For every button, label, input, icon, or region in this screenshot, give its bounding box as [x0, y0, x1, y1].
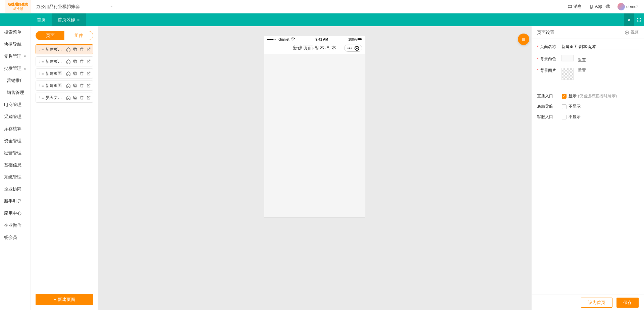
sidebar-item[interactable]: 销售管理	[0, 87, 31, 99]
phone-icon	[589, 4, 594, 9]
delete-icon[interactable]	[79, 47, 84, 52]
external-link-icon[interactable]	[86, 59, 91, 64]
page-row[interactable]: ⋮≡新建页面	[36, 68, 93, 79]
sidebar-item-label: 库存核算	[4, 126, 21, 132]
app-download-label: App下载	[595, 4, 610, 9]
tab-bar-right: ✕	[624, 13, 644, 26]
live-checkbox[interactable]: ✓	[562, 94, 567, 99]
wifi-icon	[290, 37, 295, 42]
target-icon	[355, 46, 359, 51]
fullscreen-button[interactable]	[634, 13, 644, 26]
new-page-button[interactable]: + 新建页面	[36, 294, 93, 305]
copy-icon[interactable]	[73, 59, 77, 64]
sidebar-item-label: 经营管理	[4, 150, 21, 156]
external-link-icon[interactable]	[86, 47, 91, 52]
drag-handle-icon[interactable]: ⋮≡	[38, 96, 44, 100]
sidebar-item[interactable]: 批发管理▲	[0, 62, 31, 74]
tab-home[interactable]: 首页	[31, 13, 52, 26]
delete-icon[interactable]	[79, 95, 84, 100]
home-icon[interactable]	[66, 47, 71, 52]
mini-program-menu[interactable]: •••	[344, 45, 362, 52]
external-link-icon[interactable]	[86, 71, 91, 76]
sidebar-item[interactable]: 采购管理	[0, 111, 31, 123]
account-selector[interactable]: 办公用品行业模拟账套 ﹀	[36, 4, 113, 10]
sidebar-item[interactable]: 系统管理	[0, 171, 31, 183]
delete-icon[interactable]	[79, 71, 84, 76]
copy-icon[interactable]	[73, 47, 77, 52]
sidebar-item[interactable]: 营销推广	[0, 74, 31, 87]
sidebar-item[interactable]: 新手引导	[0, 195, 31, 207]
sidebar-item[interactable]: 企业协同	[0, 183, 31, 195]
chevron-up-icon: ▲	[23, 67, 26, 70]
home-icon[interactable]	[66, 95, 71, 100]
sidebar-item[interactable]: 资金管理	[0, 135, 31, 147]
drag-handle-icon[interactable]: ⋮≡	[38, 47, 44, 52]
drag-handle-icon[interactable]: ⋮≡	[38, 84, 44, 88]
user-menu[interactable]: demo2	[618, 3, 639, 10]
delete-icon[interactable]	[79, 83, 84, 88]
close-icon[interactable]: ×	[77, 17, 80, 22]
sidebar-item[interactable]: 畅会员	[0, 231, 31, 244]
panel-toggle-button[interactable]	[518, 34, 529, 45]
sidebar-item[interactable]: 电商管理	[0, 99, 31, 111]
set-home-button[interactable]: 设为首页	[581, 298, 612, 308]
chevron-down-icon: ▼	[23, 55, 26, 58]
save-button[interactable]: 保存	[616, 298, 639, 308]
top-header: 畅捷通好生意 标准版 办公用品行业模拟账套 ﹀ 消息 App下载 demo2	[0, 0, 644, 13]
bg-image-reset[interactable]: 重置	[578, 68, 586, 73]
battery-label: 100%	[348, 38, 357, 41]
app-download-link[interactable]: App下载	[589, 4, 610, 9]
external-link-icon[interactable]	[86, 95, 91, 100]
home-icon[interactable]	[66, 71, 71, 76]
settings-header: 页面设置 视频	[532, 26, 644, 39]
bg-color-reset[interactable]: 重置	[578, 58, 586, 62]
service-checkbox[interactable]	[562, 115, 567, 119]
close-all-button[interactable]: ✕	[624, 13, 634, 26]
sidebar-item-label: 搜索菜单	[4, 29, 21, 35]
page-row[interactable]: ⋮≡新建页面-副本…	[36, 44, 93, 54]
copy-icon[interactable]	[73, 95, 77, 100]
segment-pages[interactable]: 页面	[36, 31, 64, 40]
sidebar-item-label: 基础信息	[4, 162, 21, 168]
page-name: 新建页面	[46, 71, 64, 76]
phone-title: 新建页面-副本-副本	[293, 45, 336, 51]
service-label: 不显示	[569, 114, 581, 120]
sidebar-item[interactable]: 经营管理	[0, 147, 31, 159]
page-row[interactable]: ⋮≡新建页面	[36, 81, 93, 91]
bottom-nav-checkbox[interactable]	[562, 104, 567, 109]
page-row[interactable]: ⋮≡昊天文具店	[36, 93, 93, 103]
tab-decorate[interactable]: 首页装修 ×	[52, 13, 86, 26]
bg-color-swatch[interactable]	[561, 55, 574, 61]
sidebar-item[interactable]: 企业微信	[0, 219, 31, 231]
bg-image-picker[interactable]	[561, 68, 574, 80]
sidebar-item[interactable]: 搜索菜单	[0, 26, 31, 38]
drag-handle-icon[interactable]: ⋮≡	[38, 59, 44, 64]
sidebar-item-label: 销售管理	[7, 90, 24, 96]
svg-rect-8	[73, 72, 76, 74]
messages-link[interactable]: 消息	[568, 4, 582, 9]
message-icon	[568, 4, 572, 9]
external-link-icon[interactable]	[86, 83, 91, 88]
home-icon[interactable]	[66, 83, 71, 88]
sidebar-item[interactable]: 快捷导航	[0, 38, 31, 50]
sidebar-item[interactable]: 应用中心	[0, 207, 31, 219]
copy-icon[interactable]	[73, 83, 77, 88]
svg-rect-0	[568, 5, 572, 7]
phone-preview: ●●●○○ chanjet 9:41 AM 100% 新建页面-副本-副本	[264, 36, 365, 217]
delete-icon[interactable]	[79, 59, 84, 64]
page-list: ⋮≡新建页面-副本…⋮≡新建页面-副本⋮≡新建页面⋮≡新建页面⋮≡昊天文具店	[36, 44, 93, 105]
sidebar-item[interactable]: 库存核算	[0, 123, 31, 135]
sidebar-item[interactable]: 基础信息	[0, 159, 31, 171]
svg-rect-3	[74, 49, 77, 51]
page-name-input[interactable]	[561, 44, 639, 50]
copy-icon[interactable]	[73, 71, 77, 76]
sidebar-item[interactable]: 零售管理▼	[0, 50, 31, 62]
page-row[interactable]: ⋮≡新建页面-副本	[36, 56, 93, 66]
drag-handle-icon[interactable]: ⋮≡	[38, 71, 44, 76]
home-icon[interactable]	[66, 59, 71, 64]
segment-components[interactable]: 组件	[64, 31, 93, 40]
video-help-link[interactable]: 视频	[625, 30, 639, 35]
page-name: 新建页面-副本…	[46, 47, 64, 52]
header-right: 消息 App下载 demo2	[568, 3, 639, 10]
page-name: 新建页面	[46, 83, 64, 89]
